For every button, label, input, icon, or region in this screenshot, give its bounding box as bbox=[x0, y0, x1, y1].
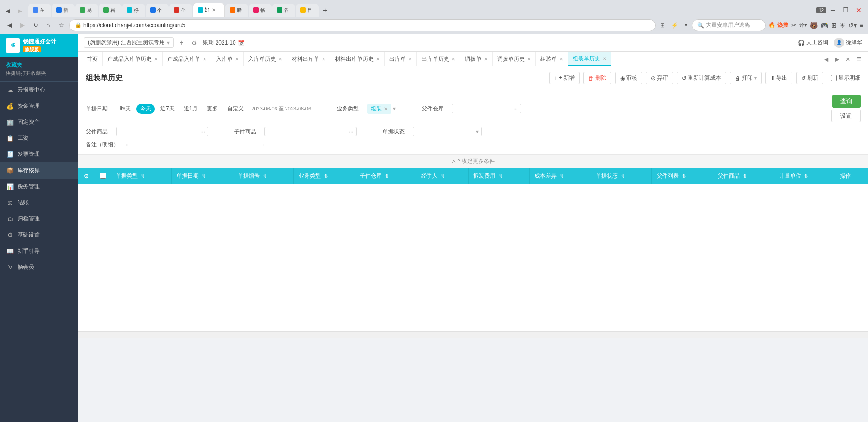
undo-icon[interactable]: ↺▾ bbox=[848, 22, 857, 29]
th-parent-list[interactable]: 父件列表 ⇅ bbox=[652, 168, 713, 184]
translate-icon[interactable]: 译▾ bbox=[799, 22, 807, 29]
nav-tab-material-out[interactable]: 材料出库单 ✕ bbox=[287, 52, 330, 66]
profile-dropdown-btn[interactable]: ▾ bbox=[683, 21, 689, 29]
print-btn[interactable]: 🖨 打印 ▾ bbox=[730, 72, 762, 84]
date-btn-yesterday[interactable]: 昨天 bbox=[116, 104, 135, 114]
tab-more-btn[interactable]: ☰ bbox=[854, 55, 864, 64]
select-all-checkbox[interactable] bbox=[100, 173, 106, 179]
nav-tab-production-in[interactable]: 产成品入库单 ✕ bbox=[163, 52, 211, 66]
abandon-btn[interactable]: ⊘ 弃审 bbox=[646, 72, 673, 84]
tab-next-btn[interactable]: ▶ bbox=[832, 55, 842, 64]
sidebar-item-archive[interactable]: 🗂 归档管理 bbox=[0, 211, 78, 227]
th-unit[interactable]: 计量单位 ⇅ bbox=[774, 168, 835, 184]
th-child-warehouse[interactable]: 子件仓库 ⇅ bbox=[355, 168, 416, 184]
tab-4[interactable]: 易 bbox=[99, 4, 122, 17]
th-cost-diff[interactable]: 成本差异 ⇅ bbox=[530, 168, 591, 184]
add-company-btn[interactable]: + bbox=[177, 39, 185, 47]
nav-tab-transfer[interactable]: 调拨单 ✕ bbox=[460, 52, 493, 66]
th-parent-goods[interactable]: 父件商品 ⇅ bbox=[713, 168, 774, 184]
nav-tab-out-history[interactable]: 出库单历史 ✕ bbox=[417, 52, 460, 66]
sidebar-item-finance[interactable]: 💰 资金管理 bbox=[0, 98, 78, 114]
tab-2[interactable]: 新 bbox=[52, 4, 75, 17]
display-detail-checkbox[interactable] bbox=[831, 75, 837, 81]
nav-tab-production-in-history[interactable]: 产成品入库单历史 ✕ bbox=[103, 52, 163, 66]
tab-9[interactable]: 腾 bbox=[225, 4, 248, 17]
sidebar-item-invoice[interactable]: 🧾 发票管理 bbox=[0, 146, 78, 162]
sidebar-item-settings[interactable]: ⚙ 基础设置 bbox=[0, 227, 78, 243]
tab-prev-btn[interactable]: ◀ bbox=[821, 55, 831, 64]
tab-5[interactable]: 好 bbox=[122, 4, 145, 17]
tab-close-icon[interactable]: ✕ bbox=[278, 57, 282, 62]
date-btn-today[interactable]: 今天 bbox=[136, 104, 155, 114]
company-selector[interactable]: (勿删勿禁用) 江西服宝测试专用 ▾ bbox=[84, 37, 174, 48]
tab-8-active[interactable]: 好 ✕ bbox=[193, 3, 225, 17]
date-btn-custom[interactable]: 自定义 bbox=[223, 104, 247, 114]
date-btn-1month[interactable]: 近1月 bbox=[180, 104, 202, 114]
audit-btn[interactable]: ◉ 审核 bbox=[615, 72, 642, 84]
collapse-bar[interactable]: ∧ ^ 收起更多条件 bbox=[78, 155, 868, 168]
window-max-btn[interactable]: ❐ bbox=[840, 6, 851, 15]
menu-icon[interactable]: ≡ bbox=[860, 22, 863, 29]
tab-close-icon-active[interactable]: ✕ bbox=[603, 56, 606, 61]
tab-close-icon[interactable]: ✕ bbox=[154, 57, 158, 62]
nav-tab-material-out-history[interactable]: 材料出库单历史 ✕ bbox=[330, 52, 385, 66]
nav-tab-transfer-history[interactable]: 调拨单历史 ✕ bbox=[493, 52, 536, 66]
search-bar[interactable]: 🔍 大量安卓用户逃离 bbox=[692, 19, 766, 31]
game-icon[interactable]: 🎮 bbox=[821, 22, 828, 29]
back-btn[interactable]: ◀ bbox=[5, 20, 15, 30]
sidebar-item-inventory[interactable]: 📦 库存核算 bbox=[0, 162, 78, 179]
nav-tab-assemble-history[interactable]: 组装单历史 ✕ bbox=[568, 52, 611, 66]
th-disassembly-cost[interactable]: 拆装费用 ⇅ bbox=[469, 168, 530, 184]
calendar-icon[interactable]: 📅 bbox=[238, 40, 245, 46]
tab-3[interactable]: 易 bbox=[75, 4, 98, 17]
th-settings[interactable]: ⚙ bbox=[78, 168, 95, 184]
window-min-btn[interactable]: ─ bbox=[828, 6, 838, 15]
display-detail-checkbox-label[interactable]: 显示明细 bbox=[831, 74, 861, 82]
sidebar-item-settle[interactable]: ⚖ 结账 bbox=[0, 195, 78, 211]
browser-forward-btn[interactable]: ▶ bbox=[16, 6, 24, 15]
address-input[interactable]: 🔒 https://cloud.chanjet.com/accounting/u… bbox=[69, 19, 656, 31]
new-tab-btn[interactable]: + bbox=[319, 6, 331, 17]
sidebar-item-vip[interactable]: Ⅴ 畅会员 bbox=[0, 259, 78, 275]
query-btn[interactable]: 查询 bbox=[832, 95, 861, 108]
tab-6[interactable]: 个 bbox=[146, 4, 169, 17]
tab-close-icon[interactable]: ✕ bbox=[376, 57, 380, 62]
tab-close-icon[interactable]: ✕ bbox=[559, 57, 563, 62]
export-btn[interactable]: ⬆ 导出 bbox=[765, 72, 792, 84]
brightness-icon[interactable]: ☀ bbox=[839, 22, 845, 29]
tab-1[interactable]: 在 bbox=[28, 4, 51, 17]
tab-close-icon[interactable]: ✕ bbox=[408, 57, 412, 62]
tab-11[interactable]: 各 bbox=[272, 4, 295, 17]
user-info[interactable]: 👤 徐泽华 bbox=[834, 38, 862, 48]
th-bill-no[interactable]: 单据编号 ⇅ bbox=[233, 168, 294, 184]
parent-warehouse-input[interactable]: ··· bbox=[452, 104, 521, 113]
scissors-icon[interactable]: ✂ bbox=[791, 22, 797, 29]
tab-12[interactable]: 目 bbox=[296, 4, 319, 17]
service-btn[interactable]: 🎧 人工咨询 bbox=[798, 39, 828, 46]
bill-status-select[interactable]: ▾ bbox=[413, 127, 482, 136]
nav-tab-home[interactable]: 首页 bbox=[82, 52, 103, 66]
th-check[interactable] bbox=[95, 168, 111, 184]
tab-10[interactable]: 畅 bbox=[249, 4, 272, 17]
sidebar-item-cloud-report[interactable]: ☁ 云报表中心 bbox=[0, 82, 78, 98]
site-settings-icon[interactable]: ⊞ bbox=[658, 21, 667, 29]
sidebar-item-tax[interactable]: 📊 税务管理 bbox=[0, 179, 78, 195]
delete-btn[interactable]: 🗑 删除 bbox=[583, 72, 611, 84]
th-bill-date[interactable]: 单据日期 ⇅ bbox=[172, 168, 233, 184]
refresh-btn[interactable]: ↻ bbox=[30, 20, 41, 30]
remark-input[interactable] bbox=[126, 144, 264, 146]
nav-tab-in-bill[interactable]: 入库单 ✕ bbox=[211, 52, 244, 66]
recalculate-btn[interactable]: ↺ 重新计算成本 bbox=[677, 72, 726, 84]
tab-close-icon[interactable]: ✕ bbox=[322, 57, 325, 62]
nav-tab-out-bill[interactable]: 出库单 ✕ bbox=[385, 52, 417, 66]
business-type-dropdown[interactable]: ▾ bbox=[393, 105, 396, 112]
tab-close-icon[interactable]: ✕ bbox=[452, 57, 455, 62]
sidebar-favorites[interactable]: 收藏夹 快捷键打开收藏夹 bbox=[0, 57, 78, 82]
horizontal-scrollbar[interactable] bbox=[78, 331, 868, 338]
date-btn-7days[interactable]: 近7天 bbox=[157, 104, 178, 114]
refresh-page-btn[interactable]: ↺ 刷新 bbox=[796, 72, 823, 84]
sidebar-item-salary[interactable]: 📋 工资 bbox=[0, 130, 78, 146]
th-bill-status[interactable]: 单据状态 ⇅ bbox=[591, 168, 652, 184]
tab-close-icon[interactable]: ✕ bbox=[203, 57, 206, 62]
business-tag-remove[interactable]: ✕ bbox=[384, 106, 387, 111]
